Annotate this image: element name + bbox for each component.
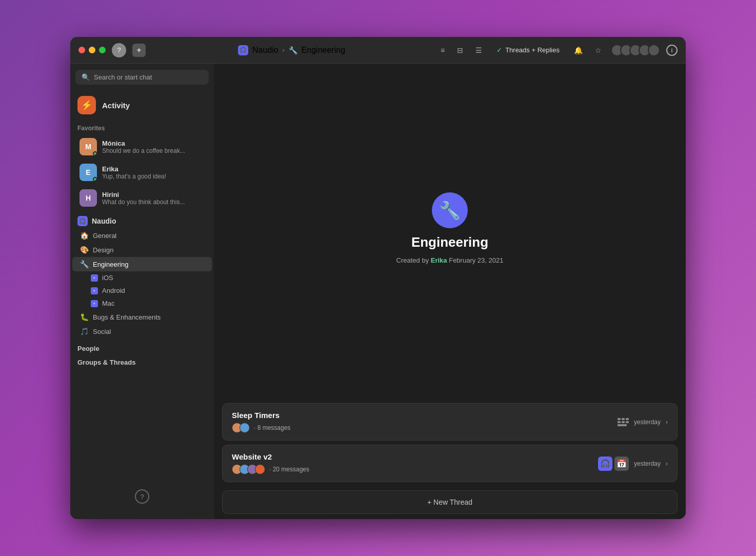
threads-replies-label: Threads + Replies	[505, 46, 560, 54]
bugs-icon: 🐛	[79, 313, 89, 321]
thread-message-count: · 8 messages	[254, 424, 290, 431]
calendar-icon: 📅	[614, 456, 629, 471]
general-label: General	[93, 232, 116, 240]
thread-icons: 🎧 📅	[598, 456, 629, 471]
created-date: February 23, 2021	[449, 256, 503, 264]
monica-info: Mónica Should we do a coffee break...	[102, 140, 205, 154]
workspace-small-icon: 🎧	[77, 216, 88, 226]
thread-left: Website v2 · 20 messages	[232, 452, 309, 474]
erika-info: Erika Yup, that's a good idea!	[102, 165, 205, 180]
search-placeholder: Search or start chat	[94, 73, 152, 81]
workspace-icon: 🎧	[238, 45, 248, 55]
new-thread-button[interactable]: + New Thread	[222, 490, 678, 514]
traffic-lights	[78, 47, 106, 53]
social-icon: 🎵	[79, 327, 89, 335]
titlebar-right: ≡ ⊟ ☰ ✓ Threads + Replies 🔔 ☆ i	[437, 44, 678, 56]
general-icon: 🏠	[79, 231, 89, 240]
channel-breadcrumb-label[interactable]: Engineering	[302, 46, 345, 55]
view-menu-icon[interactable]: ☰	[472, 44, 485, 56]
sidebar-item-bugs[interactable]: 🐛 Bugs & Enhancements	[72, 310, 212, 324]
favorite-item-hirini[interactable]: H Hirini What do you think about this...	[72, 185, 212, 211]
thread-right: yesterday ›	[618, 418, 668, 426]
sidebar-item-general[interactable]: 🏠 General	[72, 228, 212, 243]
member-avatars[interactable]	[611, 44, 660, 56]
activity-label: Activity	[102, 101, 130, 110]
main-content: 🔍 Search or start chat ⚡ Activity Favori…	[70, 64, 686, 519]
member-avatar-5	[648, 44, 660, 56]
help-label: ?	[140, 493, 144, 501]
grid-icon	[618, 418, 629, 426]
view-grid-icon[interactable]: ⊟	[454, 44, 466, 56]
android-icon: ▪	[91, 287, 98, 294]
monica-name: Mónica	[102, 140, 205, 147]
android-label: Android	[102, 287, 125, 294]
threads-replies-button[interactable]: ✓ Threads + Replies	[491, 44, 565, 56]
app-window: ? + 🎧 Naudio › 🔧 Engineering ≡ ⊟ ☰ ✓ Thr…	[70, 37, 686, 519]
erika-name: Erika	[102, 165, 205, 173]
new-chat-button[interactable]: +	[132, 44, 146, 57]
thread-avatars	[232, 423, 250, 433]
info-button[interactable]: i	[666, 45, 678, 56]
hirini-preview: What do you think about this...	[102, 198, 205, 206]
monica-preview: Should we do a coffee break...	[102, 147, 205, 154]
sidebar-item-ios[interactable]: ▪ iOS	[72, 271, 212, 284]
social-label: Social	[93, 328, 111, 335]
channel-hero-name: Engineering	[411, 234, 488, 250]
maximize-button[interactable]	[99, 47, 106, 53]
thread-time-website-v2: yesterday	[634, 460, 661, 467]
hirini-info: Hirini What do you think about this...	[102, 191, 205, 206]
thread-icons	[618, 418, 629, 426]
minimize-button[interactable]	[89, 47, 95, 53]
channel-hero-subtitle: Created by Erika February 23, 2021	[396, 256, 504, 264]
ios-label: iOS	[102, 274, 113, 282]
people-label: People	[77, 345, 100, 352]
sidebar-item-engineering[interactable]: 🔧 Engineering	[72, 257, 212, 271]
thread-avatar-2	[240, 423, 250, 433]
new-thread-label: + New Thread	[427, 498, 472, 506]
hirini-name: Hirini	[102, 191, 205, 198]
titlebar: ? + 🎧 Naudio › 🔧 Engineering ≡ ⊟ ☰ ✓ Thr…	[70, 37, 686, 64]
engineering-icon: 🔧	[79, 260, 89, 268]
mac-label: Mac	[102, 300, 115, 307]
help-button[interactable]: ?	[135, 489, 149, 504]
sidebar-section-people[interactable]: People	[70, 339, 214, 354]
sidebar-item-social[interactable]: 🎵 Social	[72, 324, 212, 339]
sidebar-item-design[interactable]: 🎨 Design	[72, 243, 212, 257]
hirini-avatar: H	[79, 189, 97, 207]
thread-time-sleep-timers: yesterday	[634, 419, 661, 426]
channel-hero-icon: 🔧	[432, 192, 468, 228]
workspace-breadcrumb-label[interactable]: Naudio	[252, 46, 278, 55]
thread-message-count: · 20 messages	[269, 466, 309, 473]
view-list-icon[interactable]: ≡	[437, 44, 448, 56]
user-avatar[interactable]: ?	[112, 43, 126, 57]
favorite-item-erika[interactable]: E Erika Yup, that's a good idea!	[72, 160, 212, 185]
workspace-header[interactable]: 🎧 Naudio	[70, 211, 214, 228]
chat-area: 🔧 Engineering Created by Erika February …	[214, 64, 686, 519]
favorites-section-label: Favorites	[70, 120, 214, 134]
sidebar-item-android[interactable]: ▪ Android	[72, 284, 212, 297]
close-button[interactable]	[78, 47, 85, 53]
sidebar-section-groups[interactable]: Groups & Threads	[70, 354, 214, 368]
naudio-icon: 🎧	[598, 456, 612, 471]
favorite-item-monica[interactable]: M Mónica Should we do a coffee break...	[72, 134, 212, 160]
thread-left: Sleep Timers · 8 messages	[232, 411, 290, 433]
thread-avatars	[232, 464, 265, 474]
sidebar-item-activity[interactable]: ⚡ Activity	[70, 91, 214, 120]
thread-meta-website-v2: · 20 messages	[232, 464, 309, 474]
threads-list: Sleep Timers · 8 messages	[214, 403, 686, 490]
thread-chevron-icon: ›	[666, 460, 668, 467]
sidebar: 🔍 Search or start chat ⚡ Activity Favori…	[70, 64, 214, 519]
search-bar[interactable]: 🔍 Search or start chat	[75, 70, 209, 85]
star-icon[interactable]: ☆	[592, 44, 605, 56]
thread-chevron-icon: ›	[666, 419, 668, 426]
erika-preview: Yup, that's a good idea!	[102, 173, 205, 180]
sidebar-item-mac[interactable]: ▪ Mac	[72, 297, 212, 310]
thread-card-website-v2[interactable]: Website v2 · 20 messages	[222, 445, 678, 482]
thread-card-sleep-timers[interactable]: Sleep Timers · 8 messages	[222, 403, 678, 441]
ios-icon: ▪	[91, 274, 98, 282]
thread-avatar-4	[255, 464, 265, 474]
thread-title-sleep-timers: Sleep Timers	[232, 411, 290, 420]
groups-label: Groups & Threads	[77, 359, 135, 366]
erika-avatar: E	[79, 164, 97, 181]
bell-icon[interactable]: 🔔	[571, 44, 586, 56]
